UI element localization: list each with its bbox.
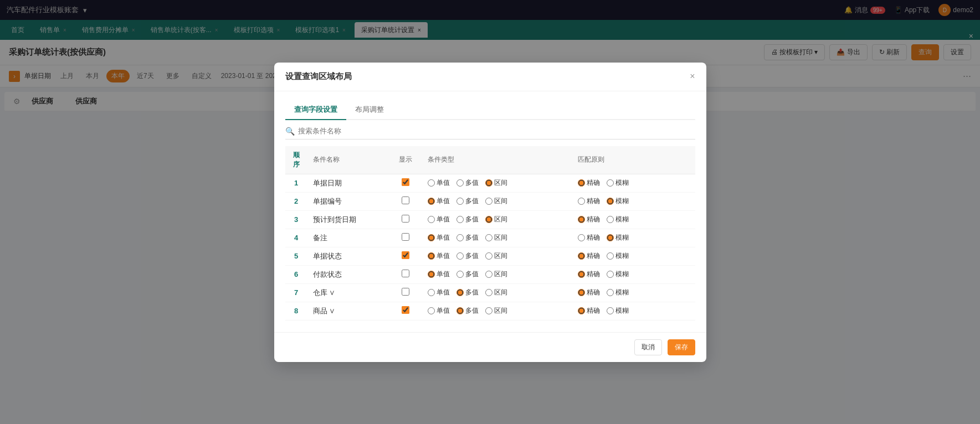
type-radio-type_single-7[interactable]: 单值 xyxy=(428,288,450,297)
row-name-7: 仓库 ∨ xyxy=(307,283,389,302)
row-order-7: 7 xyxy=(285,283,307,302)
table-row: 5单据状态单值多值区间精确模糊 xyxy=(285,247,695,265)
show-checkbox-7[interactable] xyxy=(402,288,409,296)
settings-dialog: 设置查询区域布局 × 查询字段设置 布局调整 🔍 顺序 xyxy=(274,63,706,362)
row-match-6: 精确模糊 xyxy=(572,265,695,283)
row-type-9: 单值多值区间 xyxy=(422,320,572,323)
match-radio-match_fuzzy-3[interactable]: 模糊 xyxy=(607,215,629,224)
type-radio-type_single-2[interactable]: 单值 xyxy=(428,197,450,206)
type-radio-type_range-1[interactable]: 区间 xyxy=(485,178,507,188)
type-radio-type_multi-3[interactable]: 多值 xyxy=(456,215,479,224)
show-checkbox-6[interactable] xyxy=(402,270,409,277)
table-row: 9属性 ∨单值多值区间精确模糊 xyxy=(285,320,695,323)
match-radio-match_exact-6[interactable]: 精确 xyxy=(578,270,600,279)
row-match-2: 精确模糊 xyxy=(572,192,695,210)
dialog-close-button[interactable]: × xyxy=(690,71,695,81)
row-show-6 xyxy=(389,265,422,283)
row-name-1: 单据日期 xyxy=(307,174,389,192)
row-order-1: 1 xyxy=(285,174,307,192)
modal-overlay: 设置查询区域布局 × 查询字段设置 布局调整 🔍 顺序 xyxy=(0,0,980,424)
type-radio-type_multi-8[interactable]: 多值 xyxy=(456,306,479,316)
match-radio-match_exact-7[interactable]: 精确 xyxy=(578,288,600,297)
type-radio-type_multi-6[interactable]: 多值 xyxy=(456,270,479,279)
type-radio-type_range-7[interactable]: 区间 xyxy=(485,288,507,297)
type-radio-type_single-4[interactable]: 单值 xyxy=(428,233,450,242)
match-radio-match_fuzzy-8[interactable]: 模糊 xyxy=(607,306,629,316)
table-row: 2单据编号单值多值区间精确模糊 xyxy=(285,192,695,210)
match-radio-match_fuzzy-6[interactable]: 模糊 xyxy=(607,270,629,279)
dialog-body: 查询字段设置 布局调整 🔍 顺序 条件名称 显示 条件类型 xyxy=(274,91,706,332)
tab-query-fields[interactable]: 查询字段设置 xyxy=(285,100,346,120)
type-radio-type_range-8[interactable]: 区间 xyxy=(485,306,507,316)
row-match-3: 精确模糊 xyxy=(572,210,695,229)
type-radio-type_multi-4[interactable]: 多值 xyxy=(456,233,479,242)
row-name-4: 备注 xyxy=(307,229,389,247)
match-radio-match_fuzzy-7[interactable]: 模糊 xyxy=(607,288,629,297)
show-checkbox-8[interactable] xyxy=(402,306,409,314)
table-header-row: 顺序 条件名称 显示 条件类型 匹配原则 xyxy=(285,146,695,174)
type-radio-type_single-8[interactable]: 单值 xyxy=(428,306,450,316)
row-show-1 xyxy=(389,174,422,192)
tab-layout-adjust[interactable]: 布局调整 xyxy=(346,100,393,120)
match-radio-match_exact-1[interactable]: 精确 xyxy=(578,178,600,188)
header-match: 匹配原则 xyxy=(572,146,695,174)
row-order-3: 3 xyxy=(285,210,307,229)
match-radio-match_exact-8[interactable]: 精确 xyxy=(578,306,600,316)
row-type-3: 单值多值区间 xyxy=(422,210,572,229)
type-radio-type_multi-5[interactable]: 多值 xyxy=(456,251,479,261)
type-radio-type_range-6[interactable]: 区间 xyxy=(485,270,507,279)
save-button[interactable]: 保存 xyxy=(668,339,695,355)
row-type-8: 单值多值区间 xyxy=(422,302,572,320)
dialog-header: 设置查询区域布局 × xyxy=(274,63,706,91)
row-show-2 xyxy=(389,192,422,210)
type-radio-type_single-5[interactable]: 单值 xyxy=(428,251,450,261)
row-order-6: 6 xyxy=(285,265,307,283)
type-radio-type_range-2[interactable]: 区间 xyxy=(485,197,507,206)
table-row: 7仓库 ∨单值多值区间精确模糊 xyxy=(285,283,695,302)
show-checkbox-2[interactable] xyxy=(402,197,409,204)
header-show: 显示 xyxy=(389,146,422,174)
type-radio-type_multi-2[interactable]: 多值 xyxy=(456,197,479,206)
match-radio-match_exact-2[interactable]: 精确 xyxy=(578,197,600,206)
row-type-6: 单值多值区间 xyxy=(422,265,572,283)
row-show-3 xyxy=(389,210,422,229)
match-radio-match_exact-4[interactable]: 精确 xyxy=(578,233,600,242)
type-radio-type_range-5[interactable]: 区间 xyxy=(485,251,507,261)
match-radio-match_exact-5[interactable]: 精确 xyxy=(578,251,600,261)
table-row: 1单据日期单值多值区间精确模糊 xyxy=(285,174,695,192)
show-checkbox-5[interactable] xyxy=(402,251,409,259)
settings-table-scroll: 顺序 条件名称 显示 条件类型 匹配原则 1单据日期单值多值区间精确模糊2单据编… xyxy=(285,146,695,323)
show-checkbox-4[interactable] xyxy=(402,233,409,241)
row-match-1: 精确模糊 xyxy=(572,174,695,192)
type-radio-type_single-1[interactable]: 单值 xyxy=(428,178,450,188)
row-match-4: 精确模糊 xyxy=(572,229,695,247)
show-checkbox-3[interactable] xyxy=(402,215,409,223)
table-row: 3预计到货日期单值多值区间精确模糊 xyxy=(285,210,695,229)
type-radio-type_range-3[interactable]: 区间 xyxy=(485,215,507,224)
type-radio-type_multi-7[interactable]: 多值 xyxy=(456,288,479,297)
match-radio-match_fuzzy-5[interactable]: 模糊 xyxy=(607,251,629,261)
match-radio-match_fuzzy-4[interactable]: 模糊 xyxy=(607,233,629,242)
row-name-6: 付款状态 xyxy=(307,265,389,283)
dialog-title: 设置查询区域布局 xyxy=(285,71,352,82)
row-match-5: 精确模糊 xyxy=(572,247,695,265)
row-name-2: 单据编号 xyxy=(307,192,389,210)
match-radio-match_fuzzy-2[interactable]: 模糊 xyxy=(607,197,629,206)
row-order-9: 9 xyxy=(285,320,307,323)
type-radio-type_single-6[interactable]: 单值 xyxy=(428,270,450,279)
row-type-2: 单值多值区间 xyxy=(422,192,572,210)
cancel-button[interactable]: 取消 xyxy=(634,339,662,355)
row-type-1: 单值多值区间 xyxy=(422,174,572,192)
table-row: 4备注单值多值区间精确模糊 xyxy=(285,229,695,247)
type-radio-type_multi-1[interactable]: 多值 xyxy=(456,178,479,188)
header-order: 顺序 xyxy=(285,146,307,174)
row-show-9 xyxy=(389,320,422,323)
show-checkbox-1[interactable] xyxy=(402,178,409,186)
row-order-8: 8 xyxy=(285,302,307,320)
type-radio-type_single-3[interactable]: 单值 xyxy=(428,215,450,224)
type-radio-type_range-4[interactable]: 区间 xyxy=(485,233,507,242)
dialog-footer: 取消 保存 xyxy=(274,332,706,362)
match-radio-match_exact-3[interactable]: 精确 xyxy=(578,215,600,224)
match-radio-match_fuzzy-1[interactable]: 模糊 xyxy=(607,178,629,188)
search-input[interactable] xyxy=(298,127,695,135)
